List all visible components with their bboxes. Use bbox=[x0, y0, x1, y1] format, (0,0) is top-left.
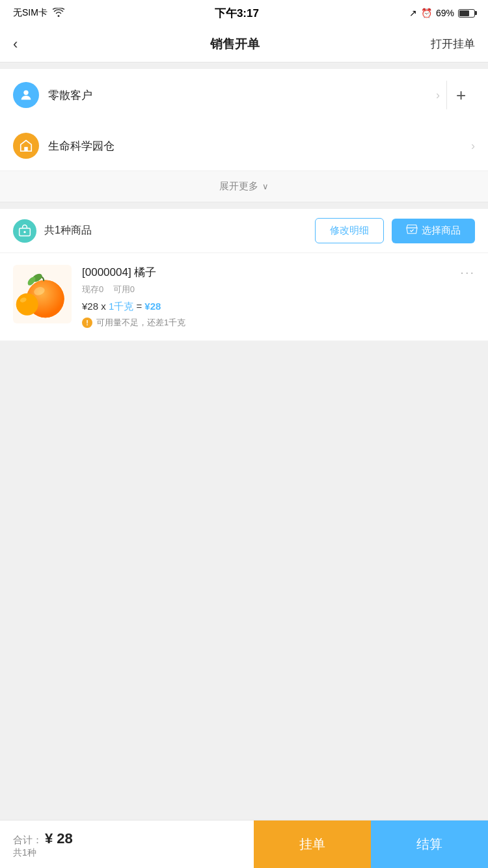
warehouse-icon bbox=[13, 133, 39, 159]
select-product-icon bbox=[406, 224, 418, 237]
location-icon: ↗ bbox=[409, 8, 417, 18]
add-customer-button[interactable]: + bbox=[446, 81, 475, 109]
product-count-text: 共1种商品 bbox=[44, 224, 315, 237]
battery-icon bbox=[458, 9, 475, 18]
svg-point-3 bbox=[23, 231, 25, 233]
product-name: [0000004] 橘子 bbox=[82, 265, 454, 280]
status-time: 下午3:17 bbox=[215, 6, 259, 21]
expand-more-label: 展开更多 bbox=[219, 180, 258, 193]
checkout-button[interactable]: 结算 bbox=[371, 821, 488, 869]
carrier-label: 无SIM卡 bbox=[13, 7, 47, 19]
status-bar: 无SIM卡 下午3:17 ↗ ⏰ 69% bbox=[0, 0, 488, 26]
svg-point-0 bbox=[23, 90, 28, 95]
back-button[interactable]: ‹ bbox=[13, 36, 39, 53]
product-info: [0000004] 橘子 现存0 可用0 ¥28 x 1千克 = ¥28 ! 可… bbox=[82, 265, 454, 329]
status-left: 无SIM卡 bbox=[13, 7, 64, 19]
select-product-label: 选择商品 bbox=[422, 224, 461, 237]
page-title: 销售开单 bbox=[210, 36, 260, 53]
divider-top bbox=[0, 62, 488, 69]
footer: 合计： ¥ 28 共1种 挂单 结算 bbox=[0, 820, 488, 868]
svg-rect-1 bbox=[24, 147, 28, 151]
footer-total-header: 合计： ¥ 28 bbox=[13, 830, 241, 847]
warehouse-row[interactable]: 生命科学园仓 › bbox=[0, 121, 488, 171]
product-header: 共1种商品 修改明细 选择商品 bbox=[0, 209, 488, 253]
warehouse-arrow-icon: › bbox=[471, 139, 475, 153]
status-right: ↗ ⏰ 69% bbox=[409, 8, 475, 18]
total-label: 合计： bbox=[13, 834, 42, 847]
customer-row: 零散客户 › + bbox=[0, 69, 488, 121]
product-image bbox=[13, 265, 72, 323]
expand-arrow-icon: ∨ bbox=[262, 182, 269, 191]
svg-point-9 bbox=[16, 293, 38, 315]
alarm-icon: ⏰ bbox=[421, 8, 432, 18]
footer-sub-label: 共1种 bbox=[13, 847, 241, 859]
product-menu-button[interactable]: ··· bbox=[454, 265, 475, 280]
modify-detail-button[interactable]: 修改明细 bbox=[315, 218, 384, 243]
warning-icon: ! bbox=[82, 318, 92, 328]
product-warning: ! 可用量不足，还差1千克 bbox=[82, 317, 454, 329]
hang-button[interactable]: 挂单 bbox=[254, 821, 371, 869]
customer-arrow-icon: › bbox=[436, 88, 440, 102]
product-price: ¥28 x 1千克 = ¥28 bbox=[82, 301, 454, 313]
open-hang-button[interactable]: 打开挂单 bbox=[431, 36, 475, 51]
customer-name: 零散客户 bbox=[48, 88, 436, 103]
product-item: [0000004] 橘子 现存0 可用0 ¥28 x 1千克 = ¥28 ! 可… bbox=[0, 253, 488, 341]
nav-bar: ‹ 销售开单 打开挂单 bbox=[0, 26, 488, 62]
battery-percent: 69% bbox=[436, 8, 454, 18]
product-count-icon bbox=[13, 219, 36, 243]
product-stock: 现存0 可用0 bbox=[82, 284, 454, 295]
total-amount: ¥ 28 bbox=[45, 830, 73, 847]
divider-middle bbox=[0, 202, 488, 209]
select-product-button[interactable]: 选择商品 bbox=[392, 219, 475, 243]
warehouse-name: 生命科学园仓 bbox=[48, 139, 471, 154]
footer-total: 合计： ¥ 28 共1种 bbox=[0, 830, 254, 859]
expand-more-button[interactable]: 展开更多 ∨ bbox=[0, 171, 488, 202]
wifi-icon bbox=[53, 8, 64, 19]
main-content: 零散客户 › + 生命科学园仓 › 展开更多 ∨ 共1种商品 bbox=[0, 62, 488, 389]
customer-icon bbox=[13, 82, 39, 108]
